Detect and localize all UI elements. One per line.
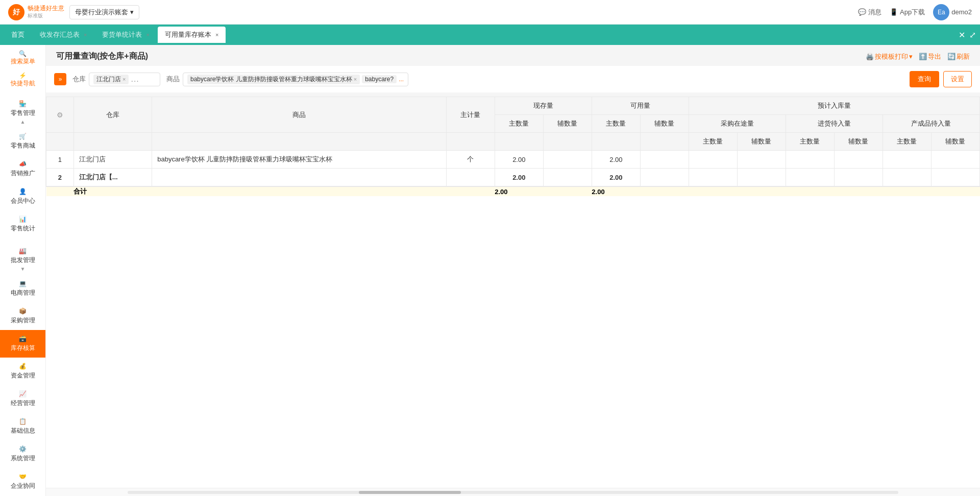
table-row: 1 江北门店 babycare学饮杯 儿童防摔防撞吸管杯重力球吸嘴杯宝宝水杯 个… bbox=[46, 151, 980, 169]
filter-expand-btn[interactable]: » bbox=[54, 73, 66, 85]
nav-icon: ⚡ bbox=[19, 72, 27, 79]
th-available: 可用量 bbox=[592, 97, 689, 115]
query-btn[interactable]: 查询 bbox=[910, 71, 939, 87]
sidebar-item-enterprise-collab[interactable]: 🤝 企业协同 bbox=[0, 468, 45, 495]
product-tag-text-2: babycare? bbox=[365, 76, 394, 83]
tab-receive-send[interactable]: 收发存汇总表 × bbox=[33, 27, 94, 43]
th-empty-1 bbox=[46, 133, 74, 151]
product-tag-2: babycare? bbox=[362, 75, 397, 83]
row2-pt-main bbox=[689, 169, 737, 187]
sidebar-item-stock-check[interactable]: 🗃️ 库存核算 bbox=[0, 330, 45, 358]
message-icon: 💬 bbox=[858, 8, 866, 16]
th-empty-2 bbox=[74, 133, 152, 151]
retail-stats-label: 零售统计 bbox=[11, 224, 35, 233]
user-menu[interactable]: Ea demo2 bbox=[933, 4, 972, 20]
row2-product bbox=[152, 169, 447, 187]
sidebar-item-wholesale-mgmt[interactable]: 🏭 批发管理 ▼ bbox=[0, 242, 45, 275]
print-template-btn[interactable]: 🖨️ 按模板打印 ▾ bbox=[866, 52, 913, 61]
row1-unit: 个 bbox=[446, 151, 495, 169]
tab-order-stat[interactable]: 要货单统计表 × bbox=[95, 27, 156, 43]
row2-prod-aux bbox=[931, 169, 979, 187]
product-more[interactable]: ... bbox=[399, 76, 404, 83]
th-unit: 主计量 bbox=[446, 97, 495, 133]
close-tab-available-stock[interactable]: × bbox=[215, 32, 218, 38]
row1-index: 1 bbox=[46, 151, 74, 169]
page-title: 可用量查询(按仓库+商品) bbox=[56, 51, 148, 62]
th-expected-inbound: 预计入库量 bbox=[689, 97, 979, 115]
product-tags[interactable]: babycare学饮杯 儿童防摔防撞吸管杯重力球吸嘴杯宝宝水杯 × babyca… bbox=[183, 73, 408, 86]
scroll-thumb bbox=[359, 491, 461, 494]
th-settings[interactable]: ⚙ bbox=[46, 97, 74, 133]
nav-tabs: 首页 收发存汇总表 × 要货单统计表 × 可用量库存账本 × ✕ ⤢ bbox=[0, 25, 980, 45]
app-download-btn[interactable]: 📱 App下载 bbox=[890, 8, 925, 17]
sidebar-item-retail-stats[interactable]: 📊 零售统计 bbox=[0, 210, 45, 238]
th-purchase-arrival: 进货待入量 bbox=[786, 115, 883, 133]
retail-mgmt-arrow: ▲ bbox=[20, 119, 26, 125]
expand-icon: » bbox=[59, 76, 62, 83]
fullscreen-icon[interactable]: ⤢ bbox=[969, 30, 976, 40]
basic-info-label: 基础信息 bbox=[11, 427, 35, 435]
row2-pa-main bbox=[786, 169, 834, 187]
warehouse-tags[interactable]: 江北门店 × ... bbox=[89, 73, 160, 86]
scroll-track bbox=[128, 491, 898, 494]
sidebar-item-retail-mall[interactable]: 🛒 零售商城 bbox=[0, 128, 45, 155]
warehouse-tag-close[interactable]: × bbox=[122, 76, 126, 82]
page-header-actions: 🖨️ 按模板打印 ▾ ⬆️ 导出 🔄 刷新 bbox=[866, 52, 970, 61]
row2-warehouse: 江北门店【... bbox=[74, 169, 152, 187]
retail-mall-icon: 🛒 bbox=[19, 133, 27, 140]
table-container: ⚙ 仓库 商品 主计量 现存量 可用量 预计入库量 主数量 辅数量 主数量 辅数… bbox=[46, 97, 980, 488]
sidebar-item-member-center[interactable]: 👤 会员中心 bbox=[0, 183, 45, 210]
sidebar-item-basic-info[interactable]: 📋 基础信息 bbox=[0, 413, 45, 440]
sidebar-quick-nav[interactable]: ⚡ 快捷导航 bbox=[0, 69, 45, 91]
tab-available-stock[interactable]: 可用量库存账本 × bbox=[158, 27, 226, 43]
sidebar-item-sys-mgmt[interactable]: ⚙️ 系统管理 bbox=[0, 440, 45, 468]
purchase-label: 采购管理 bbox=[11, 316, 35, 325]
settings-icon[interactable]: ⚙ bbox=[57, 111, 63, 119]
sidebar-search[interactable]: 🔍 搜索菜单 bbox=[0, 45, 45, 69]
stock-label: 库存核算 bbox=[11, 344, 35, 352]
warehouse-filter: 仓库 江北门店 × ... bbox=[72, 73, 160, 86]
summary-available-aux bbox=[640, 186, 689, 196]
th-available-aux: 辅数量 bbox=[640, 115, 689, 133]
sidebar-item-ops-mgmt[interactable]: 📈 经营管理 bbox=[0, 385, 45, 413]
sidebar-item-ecommerce[interactable]: 💻 电商管理 bbox=[0, 275, 45, 302]
warehouse-more[interactable]: ... bbox=[131, 75, 139, 84]
close-tab-order-stat[interactable]: × bbox=[146, 32, 149, 38]
footer-scrollbar[interactable] bbox=[46, 488, 980, 496]
summary-prod-main bbox=[883, 186, 931, 196]
message-btn[interactable]: 💬 消息 bbox=[858, 8, 881, 17]
th-pt-main: 主数量 bbox=[689, 133, 737, 151]
ops-icon: 📈 bbox=[19, 390, 27, 397]
summary-pa-main bbox=[786, 186, 834, 196]
row1-pa-main bbox=[786, 151, 834, 169]
retail-mgmt-icon: 🏪 bbox=[19, 100, 27, 107]
sidebar-item-finance-mgmt[interactable]: 💰 资金管理 bbox=[0, 358, 45, 385]
close-tab-receive-send[interactable]: × bbox=[84, 32, 87, 38]
sidebar-item-purchase-mgmt[interactable]: 📦 采购管理 bbox=[0, 302, 45, 330]
industry-selector[interactable]: 母婴行业演示账套 ▾ bbox=[69, 5, 139, 19]
row1-available-main: 2.00 bbox=[592, 151, 640, 169]
top-bar-right: 💬 消息 📱 App下载 Ea demo2 bbox=[858, 4, 972, 20]
close-all-tabs-icon[interactable]: ✕ bbox=[959, 30, 965, 40]
th-empty-3 bbox=[152, 133, 447, 151]
refresh-btn[interactable]: 🔄 刷新 bbox=[947, 52, 970, 61]
export-btn[interactable]: ⬆️ 导出 bbox=[919, 52, 941, 61]
row2-unit bbox=[446, 169, 495, 187]
summary-label: 合计 bbox=[74, 186, 495, 196]
tab-home[interactable]: 首页 bbox=[4, 27, 32, 43]
warehouse-label: 仓库 bbox=[72, 75, 86, 84]
settings-btn[interactable]: 设置 bbox=[943, 71, 972, 87]
sidebar-item-marketing[interactable]: 📣 营销推广 bbox=[0, 155, 45, 183]
filter-bar: » 仓库 江北门店 × ... 商品 babycare学饮杯 儿童防摔防撞吸管杯… bbox=[46, 66, 980, 92]
row1-product: babycare学饮杯 儿童防摔防撞吸管杯重力球吸嘴杯宝宝水杯 bbox=[152, 151, 447, 169]
search-icon: 🔍 bbox=[19, 50, 27, 57]
refresh-label: 刷新 bbox=[957, 52, 970, 61]
row2-current-aux bbox=[543, 169, 592, 187]
sidebar-item-retail-mgmt[interactable]: 🏪 零售管理 ▲ bbox=[0, 95, 45, 128]
basic-info-icon: 📋 bbox=[19, 418, 27, 425]
top-bar-left: 好 畅捷通好生意 标准版 母婴行业演示账套 ▾ bbox=[8, 4, 139, 20]
print-icon: 🖨️ bbox=[866, 53, 874, 60]
product-tag-close-1[interactable]: × bbox=[354, 76, 357, 82]
warehouse-tag-text: 江北门店 bbox=[96, 75, 121, 84]
purchase-icon: 📦 bbox=[19, 308, 27, 315]
